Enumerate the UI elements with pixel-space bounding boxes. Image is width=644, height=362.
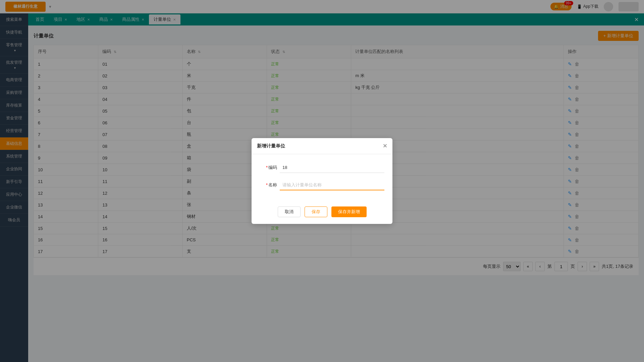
add-unit-modal: 新增计量单位 ✕ *编码 *名称 取消 保存 保存并新增 [252,138,392,224]
modal-close-button[interactable]: ✕ [383,143,387,149]
cancel-button[interactable]: 取消 [278,206,301,217]
modal-overlay[interactable]: 新增计量单位 ✕ *编码 *名称 取消 保存 保存并新增 [0,0,644,362]
modal-header: 新增计量单位 ✕ [252,138,392,154]
name-field-row: *名称 [260,180,384,190]
required-star: * [266,182,268,187]
name-input[interactable] [280,180,384,190]
code-field-row: *编码 [260,162,384,173]
modal-body: *编码 *名称 [252,154,392,202]
save-button[interactable]: 保存 [305,206,327,217]
name-label: *名称 [260,182,280,188]
code-input[interactable] [280,162,384,173]
code-label: *编码 [260,165,280,171]
modal-footer: 取消 保存 保存并新增 [252,202,392,224]
save-and-new-button[interactable]: 保存并新增 [331,206,367,217]
required-star: * [266,165,268,170]
modal-title: 新增计量单位 [257,143,285,149]
